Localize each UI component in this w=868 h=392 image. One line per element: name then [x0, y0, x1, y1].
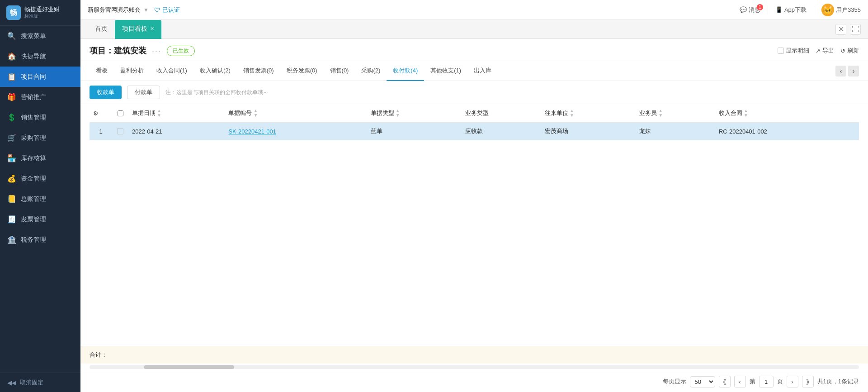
page-size-select[interactable]: 50 100 200 [690, 376, 715, 387]
row-type: 蓝单 [367, 123, 462, 140]
sidebar-item-sales-label: 销售管理 [21, 114, 46, 122]
settings-icon[interactable]: ⚙ [93, 110, 99, 117]
sidebar-item-purchase-label: 采购管理 [21, 134, 46, 142]
sub-tab-prev-button[interactable]: ‹ [835, 66, 846, 76]
purchase-icon: 🛒 [7, 134, 16, 142]
sub-tab-other[interactable]: 其他收支(1) [424, 61, 467, 81]
col-header-type: 单据类型 ▲▼ [367, 104, 462, 123]
col-number-label: 单据编号 [228, 109, 252, 117]
sidebar-item-marketing-label: 营销推广 [21, 93, 46, 101]
col-header-num: ⚙ [90, 104, 112, 123]
row-date: 2022-04-21 [128, 123, 225, 140]
demo-account-name: 新服务官网演示账套 [88, 6, 141, 14]
col-date-sort-icon[interactable]: ▲▼ [157, 109, 161, 118]
filter-bar: 收款单 付款单 注：这里是与项目关联的全部收付款单哦～ [80, 81, 868, 104]
page-last-button[interactable]: ⟫ [802, 376, 814, 387]
row-biz-type: 应收款 [462, 123, 541, 140]
sub-tab-tax-invoice[interactable]: 税务发票(0) [280, 61, 324, 81]
refresh-button[interactable]: ↺ 刷新 [840, 47, 859, 55]
sidebar-item-tax[interactable]: 🏦 税务管理 [0, 229, 80, 250]
total-row: 合计： [80, 346, 868, 363]
scrollbar-thumb[interactable] [144, 365, 234, 369]
project-more-icon[interactable]: ··· [152, 46, 161, 56]
page-prev-button[interactable]: ‹ [734, 376, 746, 387]
sidebar-item-marketing[interactable]: 🎁 营销推广 [0, 87, 80, 107]
sub-tab-sales[interactable]: 销售(0) [324, 61, 355, 81]
col-contract-sort-icon[interactable]: ▲▼ [744, 109, 748, 118]
sidebar-item-project[interactable]: 📋 项目合同 [0, 67, 80, 87]
tab-project-board[interactable]: 项目看板 ✕ [115, 20, 161, 39]
sidebar-unpin[interactable]: ◀◀ 取消固定 [0, 373, 80, 392]
sub-tab-payment-label: 收付款(4) [393, 67, 418, 75]
row-number[interactable]: SK-20220421-001 [225, 123, 367, 140]
sub-tab-kanban[interactable]: 看板 [90, 61, 114, 81]
pagination: 每页显示 50 100 200 ⟪ ‹ 第 1 页 › ⟫ 共1页，1条记录 [80, 371, 868, 392]
sidebar-item-tax-label: 税务管理 [21, 236, 46, 244]
user-menu[interactable]: 🐱 用户3355 [821, 4, 861, 16]
total-pages-info: 共1页，1条记录 [817, 378, 859, 386]
sub-tab-sales-invoice[interactable]: 销售发票(0) [237, 61, 280, 81]
select-all-checkbox[interactable] [118, 110, 123, 116]
sidebar-logo: 畅 畅捷通好业财 标准版 [0, 0, 80, 26]
row-contract: RC-20220401-002 [715, 123, 859, 140]
filter-note: 注：这里是与项目关联的全部收付款单哦～ [165, 89, 269, 96]
page-first-button[interactable]: ⟪ [719, 376, 731, 387]
export-button[interactable]: ↗ 导出 [816, 47, 834, 55]
row-check-cell [112, 123, 128, 140]
window-maximize-button[interactable]: ⛶ [850, 24, 861, 35]
app-download-button[interactable]: 📱 App下载 [775, 6, 807, 14]
content-area: 项目：建筑安装 ··· 已生效 显示明细 ↗ 导出 ↺ 刷新 [80, 39, 868, 392]
window-close-button[interactable]: ✕ [835, 24, 846, 35]
marketing-icon: 🎁 [7, 93, 16, 101]
page-number-input[interactable]: 1 [759, 376, 774, 387]
receipts-table: ⚙ 单据日期 ▲▼ [90, 104, 859, 140]
col-partner-label: 往来单位 [545, 109, 568, 117]
sidebar-item-invoice-label: 发票管理 [21, 215, 46, 224]
col-number-sort-icon[interactable]: ▲▼ [253, 109, 258, 118]
col-salesperson-sort-icon[interactable]: ▲▼ [658, 109, 663, 118]
sub-tab-payment[interactable]: 收付款(4) [387, 61, 424, 81]
tab-close-icon[interactable]: ✕ [150, 26, 154, 32]
show-detail-checkbox[interactable] [778, 48, 784, 54]
messages-button[interactable]: 💬 消息 1 [740, 6, 760, 14]
invoice-icon: 🧾 [7, 215, 16, 224]
window-buttons: ✕ ⛶ [835, 24, 861, 35]
col-header-partner: 往来单位 ▲▼ [541, 104, 636, 123]
sidebar-item-search[interactable]: 🔍 搜索菜单 [0, 26, 80, 46]
finance-icon: 💰 [7, 174, 16, 183]
sub-tab-inout[interactable]: 出入库 [467, 61, 498, 81]
sidebar-item-finance[interactable]: 💰 资金管理 [0, 168, 80, 189]
demo-account[interactable]: 新服务官网演示账套 ▼ [88, 6, 149, 14]
col-header-contract: 收入合同 ▲▼ [715, 104, 859, 123]
page-next-button[interactable]: › [787, 376, 798, 387]
sidebar: 畅 畅捷通好业财 标准版 🔍 搜索菜单 🏠 快捷导航 📋 项目合同 🎁 营销推广… [0, 0, 80, 392]
receipts-filter-button[interactable]: 收款单 [90, 86, 122, 99]
show-detail-action[interactable]: 显示明细 [778, 47, 809, 55]
horizontal-scrollbar[interactable] [90, 365, 859, 369]
sidebar-item-inventory[interactable]: 🏪 库存核算 [0, 148, 80, 168]
table-row[interactable]: 1 2022-04-21 SK-20220421-001 蓝单 应收款 宏茂商 [90, 123, 859, 140]
sidebar-item-ledger[interactable]: 📒 总账管理 [0, 189, 80, 209]
sidebar-item-sales[interactable]: 💲 销售管理 [0, 107, 80, 128]
project-status-badge: 已生效 [167, 46, 195, 56]
sidebar-item-purchase[interactable]: 🛒 采购管理 [0, 128, 80, 148]
col-type-sort-icon[interactable]: ▲▼ [396, 109, 400, 118]
sub-tab-purchase-label: 采购(2) [361, 67, 380, 75]
col-partner-sort-icon[interactable]: ▲▼ [570, 109, 574, 118]
payments-filter-button[interactable]: 付款单 [127, 86, 160, 99]
sub-tab-income-confirm[interactable]: 收入确认(2) [193, 61, 237, 81]
sidebar-item-quicknav[interactable]: 🏠 快捷导航 [0, 46, 80, 67]
sub-tab-next-button[interactable]: › [848, 66, 859, 76]
sub-tab-income-contract[interactable]: 收入合同(1) [150, 61, 193, 81]
tab-home[interactable]: 首页 [88, 20, 115, 39]
sidebar-item-invoice[interactable]: 🧾 发票管理 [0, 209, 80, 229]
sub-tab-income-contract-label: 收入合同(1) [156, 67, 187, 75]
show-detail-label: 显示明细 [786, 47, 809, 55]
row-number-link[interactable]: SK-20220421-001 [228, 128, 276, 135]
col-biz-type-label: 业务类型 [465, 109, 489, 117]
app-name: 畅捷通好业财 [24, 6, 60, 14]
sidebar-item-inventory-label: 库存核算 [21, 154, 46, 163]
row-checkbox[interactable] [117, 128, 123, 134]
sub-tab-profit[interactable]: 盈利分析 [114, 61, 150, 81]
sub-tab-purchase[interactable]: 采购(2) [355, 61, 387, 81]
